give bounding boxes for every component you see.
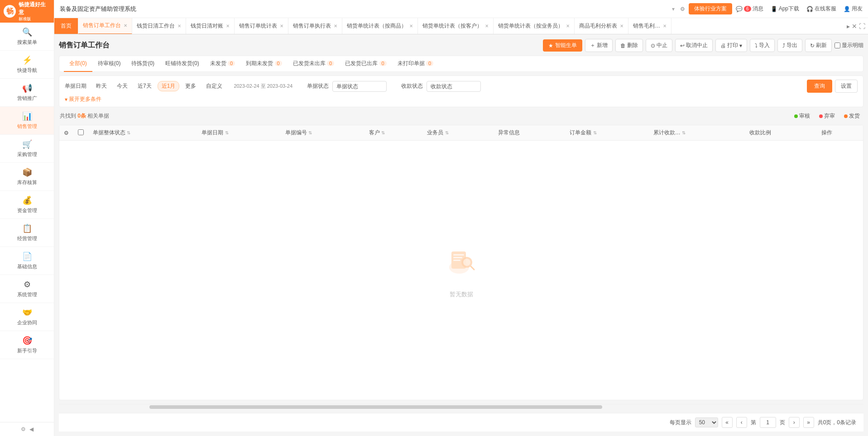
purchase-icon: 🛒: [22, 139, 32, 149]
stop-btn[interactable]: ⊙ 中止: [646, 39, 672, 52]
subtab-shipped-out[interactable]: 已发货已出库 0: [340, 56, 392, 72]
sidebar-item-management[interactable]: 📋 经营管理: [0, 219, 54, 247]
date-btn-yesterday[interactable]: 昨天: [92, 81, 111, 91]
tab-cash-reconcile[interactable]: 钱货日清对账 ✕: [186, 18, 235, 34]
col-amount-sort[interactable]: ⇅: [593, 130, 597, 135]
col-date-sort[interactable]: ⇅: [225, 130, 229, 135]
close-salesman-stat-tab[interactable]: ✕: [566, 24, 570, 28]
online-service-btn[interactable]: 🎧 在线客服: [806, 5, 836, 13]
subtab-shop-pending[interactable]: 旺铺待发货(0): [160, 56, 205, 72]
delete-btn[interactable]: 🗑 删除: [615, 39, 643, 52]
close-sales-order-tab[interactable]: ✕: [124, 23, 127, 28]
col-no-sort[interactable]: ⇅: [308, 130, 312, 135]
import-btn[interactable]: ⤵ 导入: [750, 39, 775, 52]
close-customer-stat-tab[interactable]: ✕: [485, 24, 489, 28]
close-cash-clear-tab[interactable]: ✕: [177, 24, 181, 28]
sidebar-item-guide[interactable]: 🎯 新手引导: [0, 331, 54, 359]
horizontal-scrollbar[interactable]: [59, 404, 863, 409]
tab-salesman-stat[interactable]: 销货单统计表（按业务员） ✕: [494, 18, 575, 34]
smart-create-btn[interactable]: ★ 智能生单: [543, 39, 582, 52]
sidebar-item-sales[interactable]: 📊 销售管理: [0, 107, 54, 135]
settings-col-icon[interactable]: ⚙: [64, 130, 69, 136]
date-btn-more[interactable]: 更多: [181, 81, 200, 91]
close-sales-stat-tab[interactable]: ✕: [280, 24, 283, 28]
col-customer-label: 客户: [369, 129, 380, 136]
close-cash-reconcile-tab[interactable]: ✕: [226, 24, 230, 28]
app-download-btn[interactable]: 📱 App下载: [771, 5, 799, 13]
tab-sales-profit[interactable]: 销售毛利… ✕: [628, 18, 671, 34]
date-btn-today[interactable]: 今天: [113, 81, 132, 91]
tab-sales-exec[interactable]: 销售订单执行表 ✕: [288, 18, 342, 34]
user-btn[interactable]: 👤 用友: [844, 5, 863, 13]
close-profit-analysis-tab[interactable]: ✕: [620, 24, 623, 28]
show-detail-checkbox[interactable]: 显示明细: [834, 42, 863, 49]
subtab-not-printed[interactable]: 未打印单据 0: [392, 56, 439, 72]
sidebar-item-enterprise[interactable]: 🤝 企业协同: [0, 303, 54, 331]
sidebar-item-base-info[interactable]: 📄 基础信息: [0, 247, 54, 275]
message-icon: 💬: [736, 6, 743, 12]
close-sales-exec-tab[interactable]: ✕: [334, 24, 337, 28]
subtab-overdue[interactable]: 到期未发货 0: [240, 56, 287, 72]
scrollbar-thumb[interactable]: [149, 405, 602, 409]
select-all-checkbox[interactable]: [78, 129, 84, 135]
query-btn[interactable]: 查询: [807, 80, 832, 93]
review-btn[interactable]: 审核: [791, 111, 813, 121]
tab-customer-stat[interactable]: 销货单统计表（按客户） ✕: [418, 18, 494, 34]
col-customer-sort[interactable]: ⇅: [381, 130, 385, 135]
sidebar-item-purchase[interactable]: 🛒 采购管理: [0, 135, 54, 163]
add-btn[interactable]: ＋ 新增: [585, 39, 613, 52]
collapse-icon[interactable]: ◀: [29, 426, 34, 432]
settings-gear-icon[interactable]: ⚙: [680, 6, 685, 12]
col-status: 单据整体状态 ⇅: [88, 125, 197, 141]
close-sales-profit-tab[interactable]: ✕: [663, 24, 667, 28]
col-salesman-sort[interactable]: ⇅: [445, 130, 449, 135]
tab-overflow-btn[interactable]: ▸: [847, 23, 850, 30]
reject-btn[interactable]: 弃审: [816, 111, 838, 121]
last-page-btn[interactable]: »: [803, 417, 814, 428]
subtab-shipped-not-out[interactable]: 已发货未出库 0: [288, 56, 340, 72]
tab-goods-stat[interactable]: 销货单统计表（按商品） ✕: [342, 18, 418, 34]
refresh-btn[interactable]: ↻ 刷新: [805, 39, 832, 52]
first-page-btn[interactable]: «: [722, 417, 733, 428]
page-size-select[interactable]: 50 10 20 100: [695, 417, 718, 427]
dropdown-icon[interactable]: ▾: [672, 6, 675, 12]
sidebar-item-search[interactable]: 🔍 搜索菜单: [0, 23, 54, 51]
next-page-btn[interactable]: ›: [789, 417, 800, 428]
tab-sales-order[interactable]: 销售订单工作台 ✕: [78, 18, 132, 34]
date-btn-7days[interactable]: 近7天: [134, 81, 156, 91]
sidebar-item-system[interactable]: ⚙ 系统管理: [0, 275, 54, 303]
trial-btn[interactable]: 体验行业方案: [689, 3, 732, 14]
subtab-all[interactable]: 全部(0): [64, 56, 92, 72]
tab-sales-stat[interactable]: 销售订单统计表 ✕: [235, 18, 288, 34]
close-goods-stat-tab[interactable]: ✕: [409, 24, 413, 28]
subtab-pending-pick[interactable]: 待拣货(0): [126, 56, 160, 72]
subtab-not-shipped[interactable]: 未发货 0: [205, 56, 240, 72]
sidebar-item-inventory[interactable]: 📦 库存核算: [0, 163, 54, 191]
col-received-sort[interactable]: ⇅: [682, 130, 686, 135]
payment-filter-select[interactable]: 收款状态: [427, 81, 481, 92]
filter-setting-btn[interactable]: 设置: [835, 80, 858, 93]
tab-cash-clear[interactable]: 钱货日清工作台 ✕: [132, 18, 186, 34]
prev-page-btn[interactable]: ‹: [736, 417, 747, 428]
expand-filter-btn[interactable]: ▾ 展开更多条件: [65, 95, 858, 103]
print-btn[interactable]: 🖨 打印 ▾: [715, 39, 747, 52]
message-btn[interactable]: 💬 6 消息: [736, 5, 763, 13]
cancel-stop-btn[interactable]: ↩ 取消中止: [675, 39, 713, 52]
tab-home[interactable]: 首页: [54, 18, 78, 34]
col-status-sort[interactable]: ⇅: [127, 130, 130, 135]
tab-profit-analysis[interactable]: 商品毛利分析表 ✕: [575, 18, 628, 34]
sidebar-item-quick-nav[interactable]: ⚡ 快捷导航: [0, 51, 54, 79]
sidebar-item-marketing[interactable]: 📢 营销推广: [0, 79, 54, 107]
sidebar-item-finance[interactable]: 💰 资金管理: [0, 191, 54, 219]
subtab-pending-review[interactable]: 待审核(0): [92, 56, 126, 72]
status-filter-select[interactable]: 单据状态: [332, 81, 387, 92]
ship-btn[interactable]: 发货: [841, 111, 863, 121]
tab-close-all-btn[interactable]: ✕: [852, 23, 857, 30]
page-number-input[interactable]: [760, 417, 776, 428]
settings-icon[interactable]: ⚙: [21, 426, 26, 432]
export-btn[interactable]: ⤴ 导出: [777, 39, 802, 52]
tab-expand-btn[interactable]: ⛶: [859, 23, 865, 30]
date-btn-custom[interactable]: 自定义: [202, 81, 226, 91]
show-detail-input[interactable]: [834, 43, 840, 48]
date-btn-1month[interactable]: 近1月: [158, 81, 180, 91]
